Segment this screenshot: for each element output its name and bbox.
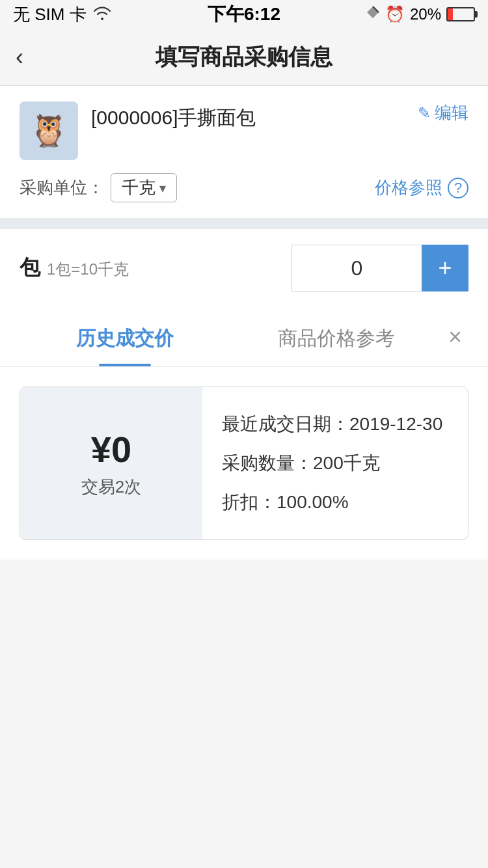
history-left: ¥0 交易2次 [20,387,202,539]
date-value: 2019-12-30 [349,414,442,434]
page-title: 填写商品采购信息 [156,42,332,72]
quantity-sub-label: 1包=10千克 [47,259,129,280]
history-date-row: 最近成交日期：2019-12-30 [222,411,448,438]
product-card: 🦉 [0000006]手撕面包 ✎ 编辑 采购单位： 千克 ▾ 价格参照 ? [0,86,488,219]
history-qty-row: 采购数量：200千克 [222,450,448,477]
status-time: 下午6:12 [208,2,280,27]
tabs-header: 历史成交价 商品价格参考 × [0,307,488,367]
edit-icon: ✎ [418,104,431,122]
chevron-down-icon: ▾ [159,180,166,196]
qty-value: 200千克 [313,453,380,473]
discount-label: 折扣： [222,492,277,512]
unit-value: 千克 [122,176,156,199]
date-label: 最近成交日期： [222,414,349,434]
status-left: 无 SIM 卡 [13,3,111,26]
quantity-input[interactable] [291,245,422,292]
wifi-icon [93,5,111,25]
quantity-label: 包 1包=10千克 [20,254,129,282]
back-button[interactable]: ‹ [16,44,23,71]
history-right: 最近成交日期：2019-12-30 采购数量：200千克 折扣：100.00% [202,387,468,539]
unit-selector[interactable]: 千克 ▾ [111,173,177,202]
history-trades: 交易2次 [81,476,141,498]
product-info: 🦉 [0000006]手撕面包 [20,102,256,160]
discount-value: 100.00% [277,492,349,512]
edit-label: 编辑 [435,102,468,124]
nav-bar: ‹ 填写商品采购信息 [0,29,488,86]
status-right: ⏰ 20% [366,5,475,23]
product-owl-icon: 🦉 [29,115,68,146]
quantity-unit-big: 包 [20,254,40,282]
tab-product-price-ref[interactable]: 商品价格参考 [230,307,441,366]
help-icon: ? [448,178,468,198]
product-code-name: [0000006]手撕面包 [91,102,256,131]
tab-content: ¥0 交易2次 最近成交日期：2019-12-30 采购数量：200千克 折扣：… [0,367,488,560]
unit-label: 采购单位： [20,176,104,199]
history-card: ¥0 交易2次 最近成交日期：2019-12-30 采购数量：200千克 折扣：… [20,387,468,540]
unit-section: 采购单位： 千克 ▾ [20,173,177,202]
quantity-plus-button[interactable]: + [422,245,468,292]
history-price: ¥0 [91,428,131,470]
quantity-input-group: + [291,245,468,292]
carrier-text: 无 SIM 卡 [13,3,87,26]
status-bar: 无 SIM 卡 下午6:12 ⏰ 20% [0,0,488,29]
quantity-row: 包 1包=10千克 + [0,229,488,307]
alarm-icon: ⏰ [385,5,405,23]
price-ref-button[interactable]: 价格参照 ? [375,176,468,199]
battery-percent: 20% [410,5,441,23]
section-divider [0,219,488,229]
product-thumbnail: 🦉 [20,102,78,160]
location-icon [366,5,380,23]
history-discount-row: 折扣：100.00% [222,489,448,516]
tab-close-button[interactable]: × [442,310,468,364]
edit-button[interactable]: ✎ 编辑 [418,102,468,124]
qty-label: 采购数量： [222,453,313,473]
tabs-panel: 历史成交价 商品价格参考 × ¥0 交易2次 最近成交日期：2019-12-30… [0,307,488,560]
battery-icon [446,7,475,21]
tab-history-price[interactable]: 历史成交价 [20,307,230,366]
price-ref-label: 价格参照 [375,176,442,199]
